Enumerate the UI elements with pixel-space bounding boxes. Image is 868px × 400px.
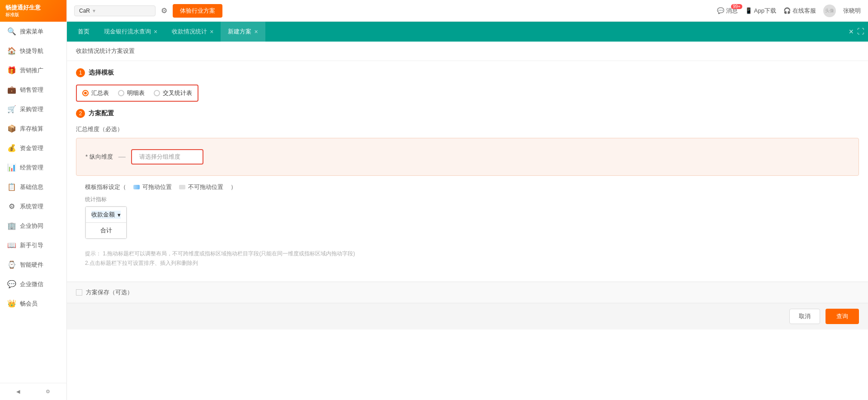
drag-indicator	[133, 185, 140, 189]
main-area: CaR ▾ ⚙ 体验行业方案 💬 消息 99+ 📱 App下载 🎧 在线客服 头…	[67, 0, 868, 400]
tab-close-all-btn[interactable]: ×	[849, 27, 854, 37]
metrics-header: 模板指标设定（ 可拖动位置 不可拖动位置 ）	[85, 183, 850, 191]
sidebar-item-basic[interactable]: 📋 基础信息	[0, 177, 66, 197]
dimension-area: * 纵向维度 — 请选择分组维度	[76, 138, 859, 176]
radio-cross[interactable]: 交叉统计表	[154, 89, 192, 97]
sidebar-item-search[interactable]: 🔍 搜索菜单	[0, 22, 66, 41]
nav-tabs: 首页 现金银行流水查询 × 收款情况统计 × 新建方案 × × ⛶	[67, 22, 868, 42]
bottom-checkbox-area: 方案保存（可选）	[67, 282, 868, 303]
sidebar-item-operation[interactable]: 📊 经营管理	[0, 158, 66, 177]
sidebar-item-finance[interactable]: 💰 资金管理	[0, 138, 66, 158]
sidebar-bottom: ◀ ⚙	[0, 383, 66, 400]
step1-label: 选择模板	[89, 69, 114, 77]
sidebar-item-label: 营销推广	[20, 66, 43, 75]
download-button[interactable]: 📱 App下载	[745, 7, 776, 15]
sidebar-item-label: 销售管理	[20, 86, 43, 94]
search-icon: 🔍	[7, 27, 16, 36]
sidebar-item-member[interactable]: 👑 畅会员	[0, 294, 66, 313]
cancel-button[interactable]: 取消	[789, 309, 820, 324]
list-icon: 📋	[7, 183, 16, 191]
search-icon: ▾	[93, 8, 95, 14]
metrics-header-cell: 收款金额 ▾	[86, 207, 127, 223]
dimension-select[interactable]: 请选择分组维度	[131, 149, 203, 165]
arrow-icon: —	[118, 153, 126, 161]
save-label: 方案保存（可选）	[86, 288, 133, 296]
metrics-config-label: 模板指标设定（	[85, 183, 126, 191]
step2-section: 2 方案配置 汇总维度（必选） * 纵向维度 — 请选择分组维度	[67, 109, 868, 282]
sidebar-item-label: 智能硬件	[20, 261, 43, 269]
dropdown-icon[interactable]: ▾	[118, 212, 121, 218]
search-text: CaR	[79, 8, 90, 14]
radio-detail[interactable]: 明细表	[118, 89, 145, 97]
radio-summary[interactable]: 汇总表	[82, 89, 109, 97]
sidebar-item-inventory[interactable]: 📦 库存核算	[0, 119, 66, 138]
gear-icon: ⚙	[7, 202, 16, 211]
sidebar-item-label: 企业微信	[20, 280, 43, 288]
sidebar-item-label: 资金管理	[20, 144, 43, 152]
sidebar-item-wechat[interactable]: 💬 企业微信	[0, 274, 66, 294]
settings-icon[interactable]: ⚙	[161, 6, 167, 15]
sidebar-item-marketing[interactable]: 🎁 营销推广	[0, 61, 66, 80]
dimension-label-text: 汇总维度（必选）	[76, 126, 123, 132]
dimension-row-label: * 纵向维度	[85, 153, 113, 161]
save-checkbox[interactable]	[76, 289, 82, 296]
metrics-section: 模板指标设定（ 可拖动位置 不可拖动位置 ） 统计指标	[76, 183, 859, 239]
sidebar-item-quick-nav[interactable]: 🏠 快捷导航	[0, 41, 66, 61]
tab-bank-flow[interactable]: 现金银行流水查询 ×	[97, 22, 165, 42]
sidebar-item-purchase[interactable]: 🛒 采购管理	[0, 99, 66, 119]
query-button[interactable]: 查询	[826, 309, 859, 324]
tip2: 2.点击标题栏下拉可设置排序、插入列和删除列	[85, 259, 850, 267]
page-title: 收款情况统计方案设置	[76, 47, 135, 54]
sidebar-item-label: 采购管理	[20, 105, 43, 113]
sidebar-item-label: 企业协同	[20, 222, 43, 230]
crown-icon: 👑	[7, 299, 16, 308]
tab-label: 现金银行流水查询	[104, 28, 151, 36]
header-cell-label: 收款金额	[91, 211, 115, 219]
watch-icon: ⌚	[7, 260, 16, 269]
sidebar-item-label: 新手引导	[20, 241, 43, 249]
sidebar-settings-btn[interactable]: ⚙	[44, 387, 52, 396]
sidebar-item-system[interactable]: ⚙ 系统管理	[0, 197, 66, 216]
metrics-config-end: ）	[231, 183, 236, 191]
tab-close-icon[interactable]: ×	[154, 28, 157, 35]
message-button[interactable]: 💬 消息 99+	[717, 7, 738, 15]
dimension-row: * 纵向维度 — 请选择分组维度	[85, 149, 849, 165]
cart-icon: 🛒	[7, 105, 16, 113]
header-search-box[interactable]: CaR ▾	[74, 5, 156, 16]
sidebar-item-hardware[interactable]: ⌚ 智能硬件	[0, 255, 66, 274]
step2-num: 2	[76, 109, 85, 118]
sidebar-item-label: 经营管理	[20, 164, 43, 172]
metrics-table: 收款金额 ▾ 合计	[85, 206, 127, 239]
chart-icon: 📊	[7, 163, 16, 172]
tab-close-icon[interactable]: ×	[254, 28, 258, 35]
template-options: 汇总表 明细表 交叉统计表	[76, 85, 198, 102]
sidebar-item-label: 畅会员	[20, 300, 38, 308]
draggable-legend: 可拖动位置	[133, 183, 172, 191]
dimension-sub-section: 汇总维度（必选） * 纵向维度 — 请选择分组维度	[76, 125, 859, 176]
trial-button[interactable]: 体验行业方案	[173, 4, 222, 18]
avatar-placeholder: 头像	[825, 8, 834, 14]
radio-circle-detail	[118, 90, 124, 96]
sidebar-item-sales[interactable]: 💼 销售管理	[0, 80, 66, 99]
service-button[interactable]: 🎧 在线客服	[783, 7, 816, 15]
sidebar-item-corp[interactable]: 🏢 企业协同	[0, 216, 66, 235]
user-avatar[interactable]: 头像	[823, 5, 836, 17]
page-header: 收款情况统计方案设置	[67, 42, 868, 61]
radio-circle-cross	[154, 90, 160, 96]
tab-close-icon[interactable]: ×	[210, 28, 213, 35]
username-display: 张晓明	[843, 7, 861, 15]
sidebar-item-guide[interactable]: 📖 新手引导	[0, 235, 66, 255]
non-drag-label: 不可拖动位置	[188, 183, 223, 191]
headset-icon: 🎧	[783, 7, 791, 14]
tips-section: 提示： 1.拖动标题栏可以调整布局，不可跨维度或指标区域拖动栏目字段(只能在同一…	[76, 245, 859, 274]
step1-num: 1	[76, 68, 85, 77]
sidebar: 畅捷通好生意 标准版 🔍 搜索菜单 🏠 快捷导航 🎁 营销推广 💼 销售管理 🛒…	[0, 0, 67, 400]
tab-home[interactable]: 首页	[71, 22, 97, 42]
sidebar-item-label: 快捷导航	[20, 47, 43, 55]
sidebar-collapse-btn[interactable]: ◀	[14, 387, 22, 396]
tab-collection-stats[interactable]: 收款情况统计 ×	[165, 22, 221, 42]
tab-new-plan[interactable]: 新建方案 ×	[221, 22, 265, 42]
chat-icon: 💬	[7, 280, 16, 288]
footer-buttons: 取消 查询	[67, 303, 868, 329]
tab-expand-btn[interactable]: ⛶	[857, 28, 864, 36]
